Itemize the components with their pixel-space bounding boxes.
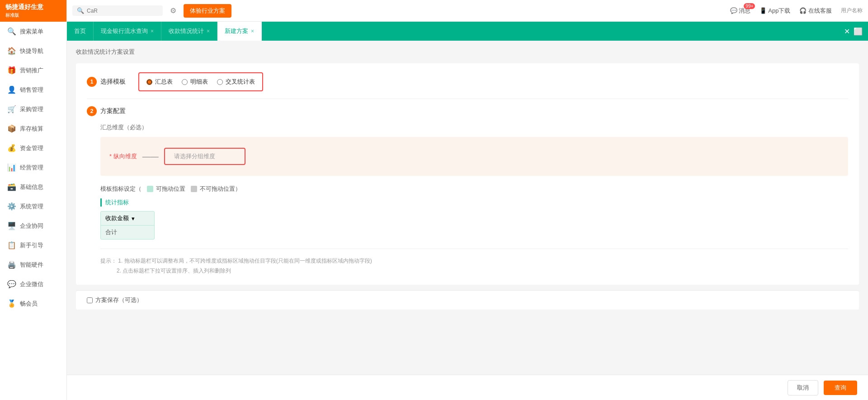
- sidebar-item-search-menu[interactable]: 🔍 搜索菜单: [0, 22, 66, 41]
- search-box[interactable]: 🔍: [72, 5, 163, 16]
- dimension-row: 纵向维度 —— 请选择分组维度: [109, 148, 839, 165]
- tab-collection-stat[interactable]: 收款情况统计×: [161, 22, 217, 41]
- main-area: 🔍 ⚙ 体验行业方案 💬 消息 99+ 📱 App下载 🎧 在线客服 用户名称: [67, 0, 868, 400]
- tab-home[interactable]: 首页: [67, 22, 94, 41]
- radio-label-cross: 交叉统计表: [226, 78, 255, 86]
- fixed-dot: [191, 186, 197, 192]
- settings-card: 1 选择模板 汇总表 明细表 交叉统计表 2 方案配置: [76, 63, 859, 285]
- radio-cross[interactable]: [217, 79, 223, 85]
- save-checkbox-label[interactable]: 方案保存（可选）: [87, 296, 142, 304]
- search-icon: 🔍: [77, 7, 84, 14]
- tip-prefix: 提示：: [100, 258, 117, 264]
- operations-icon: 📊: [7, 163, 16, 172]
- tabbar: 首页现金银行流水查询×收款情况统计×新建方案× ✕ ⬜: [67, 22, 868, 41]
- metric-total: 合计: [101, 226, 154, 239]
- online-service[interactable]: 🎧 在线客服: [799, 7, 832, 15]
- sidebar-item-guide[interactable]: 📋 新手引导: [0, 235, 66, 255]
- step2-row: 2 方案配置: [87, 106, 848, 116]
- metrics-setting-title: 模板指标设定（: [100, 185, 142, 193]
- purchase-icon: 🛒: [7, 105, 16, 113]
- expand-icon[interactable]: ⬜: [854, 27, 863, 36]
- sidebar-item-system[interactable]: ⚙️ 系统管理: [0, 197, 66, 216]
- download-icon: 📱: [760, 7, 767, 14]
- finance-icon: 💰: [7, 144, 16, 152]
- gear-icon[interactable]: ⚙: [170, 6, 176, 15]
- sidebar-label-sales: 销售管理: [20, 86, 43, 94]
- summary-dimension-section: 汇总维度（必选） 纵向维度 —— 请选择分组维度 模板指标设定（ 可拖动位置: [100, 123, 848, 276]
- basic-info-icon: 🗃️: [7, 183, 16, 191]
- metric-tag[interactable]: 收款金额 ▾: [101, 212, 154, 226]
- arrow: ——: [142, 152, 159, 161]
- bottom-section: 方案保存（可选）: [76, 290, 859, 310]
- radio-option-detail[interactable]: 明细表: [182, 78, 208, 86]
- save-checkbox[interactable]: [87, 297, 93, 303]
- sidebar-label-system: 系统管理: [20, 202, 43, 211]
- sidebar-item-wechat[interactable]: 💬 企业微信: [0, 274, 66, 294]
- user-info[interactable]: 用户名称: [841, 7, 863, 14]
- sidebar-item-member[interactable]: 🏅 畅会员: [0, 294, 66, 313]
- sidebar: 畅捷通好生意 标准版 🔍 搜索菜单🏠 快捷导航🎁 营销推广👤 销售管理🛒 采购管…: [0, 0, 67, 400]
- search-menu-icon: 🔍: [7, 27, 16, 36]
- page-title: 收款情况统计方案设置: [76, 48, 859, 56]
- query-button[interactable]: 查询: [824, 381, 857, 395]
- step2-label: 方案配置: [100, 107, 126, 115]
- save-label: 方案保存（可选）: [95, 296, 142, 304]
- sidebar-label-search-menu: 搜索菜单: [20, 28, 43, 36]
- sidebar-item-purchase[interactable]: 🛒 采购管理: [0, 99, 66, 119]
- sidebar-item-sales[interactable]: 👤 销售管理: [0, 80, 66, 99]
- sidebar-item-finance[interactable]: 💰 资金管理: [0, 138, 66, 158]
- metric-name: 收款金额: [105, 214, 129, 222]
- sidebar-label-member: 畅会员: [20, 300, 38, 308]
- tab-label-bank-flow: 现金银行流水查询: [101, 27, 148, 35]
- tab-close-new-plan[interactable]: ×: [251, 28, 254, 34]
- radio-label-summary: 汇总表: [155, 78, 173, 86]
- sidebar-item-operations[interactable]: 📊 经营管理: [0, 158, 66, 177]
- sidebar-label-purchase: 采购管理: [20, 105, 43, 113]
- tab-close-bank-flow[interactable]: ×: [151, 28, 154, 34]
- sidebar-item-quick-nav[interactable]: 🏠 快捷导航: [0, 41, 66, 61]
- footer-bar: 取消 查询: [67, 375, 868, 400]
- step1-row: 1 选择模板 汇总表 明细表 交叉统计表: [87, 72, 848, 91]
- trial-btn[interactable]: 体验行业方案: [184, 4, 231, 18]
- logo-sub: 标准版: [5, 12, 43, 19]
- radio-detail[interactable]: [182, 79, 188, 85]
- sidebar-item-basic-info[interactable]: 🗃️ 基础信息: [0, 177, 66, 197]
- radio-summary[interactable]: [146, 79, 152, 85]
- tab-label-collection-stat: 收款情况统计: [169, 27, 204, 35]
- tabbar-actions: ✕ ⬜: [839, 22, 868, 41]
- topbar-right: 💬 消息 99+ 📱 App下载 🎧 在线客服 用户名称: [730, 7, 863, 15]
- sidebar-label-inventory: 库存核算: [20, 125, 43, 133]
- search-input[interactable]: [87, 8, 150, 14]
- message-badge[interactable]: 💬 消息 99+: [730, 7, 751, 15]
- sidebar-label-enterprise: 企业协同: [20, 222, 43, 230]
- wechat-icon: 💬: [7, 280, 16, 288]
- sidebar-item-marketing[interactable]: 🎁 营销推广: [0, 61, 66, 80]
- sidebar-label-basic-info: 基础信息: [20, 183, 43, 191]
- sidebar-label-hardware: 智能硬件: [20, 261, 43, 269]
- chevron-down-icon: ▾: [132, 215, 135, 222]
- sidebar-label-quick-nav: 快捷导航: [20, 47, 43, 55]
- tab-new-plan[interactable]: 新建方案×: [217, 22, 262, 41]
- sidebar-item-hardware[interactable]: 🖨️ 智能硬件: [0, 255, 66, 274]
- app-download[interactable]: 📱 App下载: [760, 7, 790, 15]
- tips-section: 提示： 1. 拖动标题栏可以调整布局，不可跨维度或指标区域拖动任目字段(只能在同…: [100, 249, 848, 276]
- tab-close-collection-stat[interactable]: ×: [207, 28, 210, 34]
- sidebar-item-inventory[interactable]: 📦 库存核算: [0, 119, 66, 138]
- metrics-group-label: 统计指标: [100, 198, 848, 207]
- metric-container: 收款金额 ▾ 合计: [100, 211, 155, 240]
- close-window-icon[interactable]: ✕: [844, 27, 850, 36]
- tab-bank-flow[interactable]: 现金银行流水查询×: [94, 22, 161, 41]
- sidebar-item-enterprise[interactable]: 🖥️ 企业协同: [0, 216, 66, 235]
- radio-option-summary[interactable]: 汇总表: [146, 78, 173, 86]
- tab-label-home: 首页: [74, 27, 86, 35]
- service-icon: 🎧: [799, 7, 807, 14]
- select-dimension-btn[interactable]: 请选择分组维度: [164, 148, 245, 165]
- guide-icon: 📋: [7, 241, 16, 249]
- message-icon: 💬: [730, 7, 737, 14]
- draggable-hint: 可拖动位置: [147, 185, 185, 193]
- message-count: 99+: [744, 3, 755, 9]
- radio-option-cross[interactable]: 交叉统计表: [217, 78, 255, 86]
- sidebar-label-wechat: 企业微信: [20, 280, 43, 288]
- cancel-button[interactable]: 取消: [788, 380, 818, 395]
- tab-label-new-plan: 新建方案: [225, 27, 248, 35]
